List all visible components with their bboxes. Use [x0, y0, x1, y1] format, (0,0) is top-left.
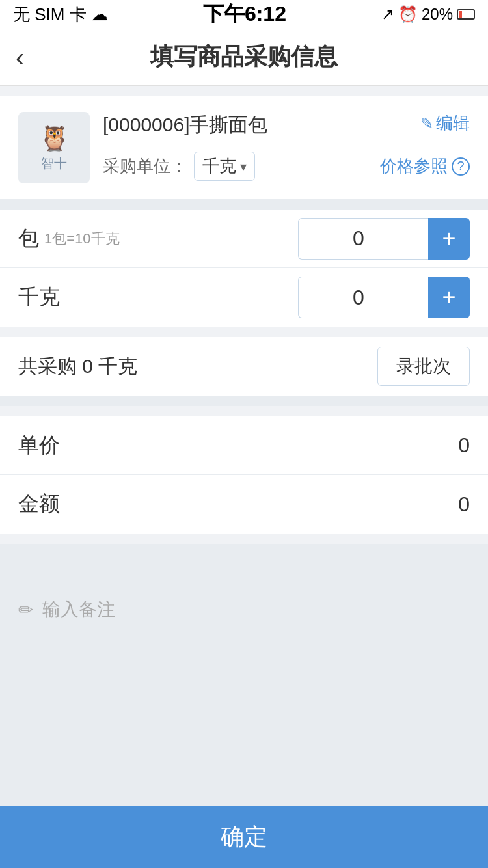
kg-plus-button[interactable]: +	[428, 277, 470, 318]
nav-bar: ‹ 填写商品采购信息	[0, 29, 488, 86]
bag-sublabel: 1包=10千克	[44, 229, 120, 249]
product-card: 🦉 智十 [0000006]手撕面包 ✎ 编辑 采购单位： 千克 ▾ 价格参照 …	[0, 96, 488, 199]
bag-qty-input[interactable]	[298, 218, 428, 260]
sim-status: 无 SIM 卡 ☁	[13, 3, 108, 26]
battery-icon	[457, 9, 475, 20]
product-thumbnail: 🦉 智十	[18, 112, 90, 183]
status-time: 下午6:12	[203, 0, 286, 29]
bag-label: 包	[18, 224, 39, 253]
section-divider-1	[0, 199, 488, 210]
batch-button[interactable]: 录批次	[377, 347, 470, 386]
product-logo-icon: 🦉	[39, 124, 70, 152]
product-info: [0000006]手撕面包 ✎ 编辑 采购单位： 千克 ▾ 价格参照 ?	[103, 112, 470, 181]
kg-qty-input[interactable]	[298, 277, 428, 318]
kg-label: 千克	[18, 283, 60, 312]
amount-label: 金额	[18, 490, 60, 519]
section-divider-2	[0, 396, 488, 406]
battery-percent: 20%	[422, 5, 453, 23]
bag-plus-button[interactable]: +	[428, 218, 470, 260]
price-ref-button[interactable]: 价格参照 ?	[380, 155, 470, 178]
back-button[interactable]: ‹	[16, 44, 24, 70]
content-fill	[0, 675, 488, 806]
product-name: [0000006]手撕面包	[103, 112, 267, 139]
bag-qty-input-box: +	[298, 218, 470, 260]
notes-section[interactable]: ✏ 输入备注	[0, 544, 488, 675]
dropdown-arrow-icon: ▾	[240, 159, 247, 174]
amount-value: 0	[458, 493, 470, 517]
input-section: 包 1包=10千克 + 千克 +	[0, 210, 488, 327]
price-ref-label: 价格参照	[380, 155, 448, 178]
pencil-icon: ✏	[18, 599, 33, 621]
location-icon: ↗	[381, 5, 394, 23]
summary-section: 共采购 0 千克 录批次	[0, 337, 488, 396]
unit-price-label: 单价	[18, 431, 60, 460]
confirm-label: 确定	[221, 821, 267, 853]
amount-row: 金额 0	[0, 475, 488, 534]
edit-label: 编辑	[436, 112, 470, 135]
summary-row: 共采购 0 千克 录批次	[0, 337, 488, 396]
confirm-button[interactable]: 确定	[0, 806, 488, 868]
edit-icon: ✎	[420, 115, 433, 133]
unit-price-value: 0	[458, 433, 470, 457]
status-right: ↗ ⏰ 20%	[381, 5, 475, 23]
help-icon: ?	[452, 157, 470, 176]
price-section: 单价 0 金额 0	[0, 416, 488, 534]
unit-price-row: 单价 0	[0, 416, 488, 475]
status-left: 无 SIM 卡 ☁	[13, 3, 108, 26]
unit-label: 采购单位：	[103, 155, 187, 178]
unit-value: 千克	[202, 155, 236, 178]
status-bar: 无 SIM 卡 ☁ 下午6:12 ↗ ⏰ 20%	[0, 0, 488, 29]
kg-input-row: 千克 +	[0, 268, 488, 327]
kg-qty-input-box: +	[298, 277, 470, 318]
summary-label: 共采购 0 千克	[18, 353, 137, 380]
notes-placeholder: 输入备注	[42, 597, 115, 622]
bag-input-row: 包 1包=10千克 +	[0, 210, 488, 268]
page-title: 填写商品采购信息	[150, 41, 338, 73]
edit-button[interactable]: ✎ 编辑	[420, 112, 470, 135]
unit-dropdown[interactable]: 千克 ▾	[194, 152, 255, 181]
alarm-icon: ⏰	[398, 5, 418, 23]
brand-label: 智十	[41, 155, 67, 172]
